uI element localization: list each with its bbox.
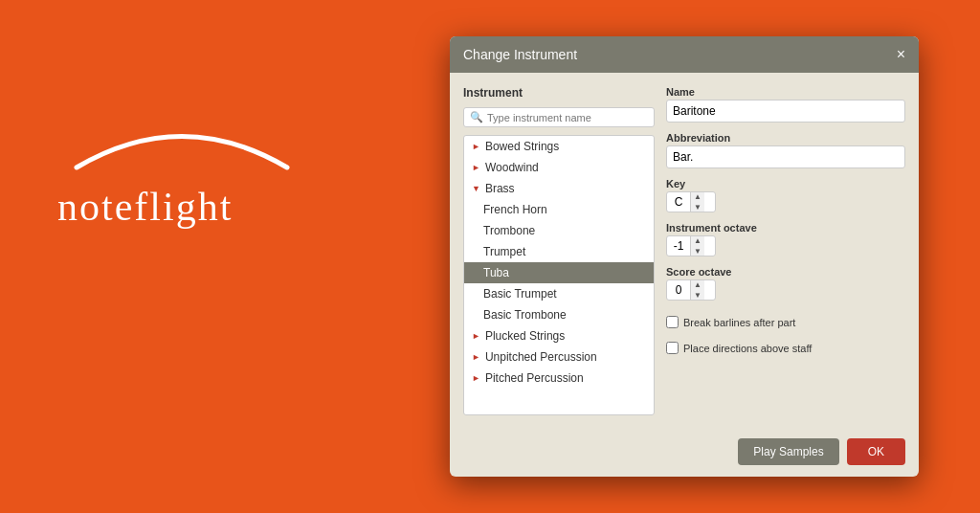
dialog-body: Instrument 🔍 ► Bowed Strings ► Woodwind (450, 73, 919, 429)
arrow-brass-icon: ▼ (472, 184, 480, 193)
dialog-titlebar: Change Instrument × (450, 36, 919, 73)
category-brass[interactable]: ▼ Brass (464, 178, 654, 199)
key-spinner-buttons: ▲ ▼ (690, 191, 704, 212)
instrument-tuba-label: Tuba (483, 266, 509, 279)
abbreviation-label: Abbreviation (666, 132, 905, 144)
category-woodwind-label: Woodwind (485, 161, 539, 174)
instrument-panel-label: Instrument (463, 86, 655, 100)
break-barlines-row: Break barlines after part (666, 316, 905, 328)
change-instrument-dialog: Change Instrument × Instrument 🔍 ► Bowed… (450, 36, 919, 477)
arrow-plucked-strings-icon: ► (472, 331, 480, 341)
category-unpitched-label: Unpitched Percussion (485, 350, 597, 364)
score-octave-label: Score octave (666, 266, 905, 278)
key-field-group: Key C ▲ ▼ (666, 178, 905, 212)
instrument-trumpet[interactable]: Trumpet (464, 241, 654, 262)
score-octave-increment-button[interactable]: ▲ (691, 279, 704, 290)
arrow-unpitched-icon: ► (472, 352, 480, 362)
place-directions-row: Place directions above staff (666, 342, 905, 354)
instrument-octave-label: Instrument octave (666, 222, 905, 234)
category-woodwind[interactable]: ► Woodwind (464, 157, 654, 178)
instrument-octave-buttons: ▲ ▼ (690, 235, 704, 256)
key-increment-button[interactable]: ▲ (691, 191, 704, 202)
logo-text: noteflight (57, 184, 306, 230)
dialog-close-button[interactable]: × (897, 47, 905, 62)
key-value: C (667, 193, 690, 211)
name-input[interactable] (666, 100, 905, 123)
logo-wordmark: noteflight (57, 185, 233, 229)
right-panel: Name Abbreviation Key C ▲ ▼ (666, 86, 905, 415)
name-field-group: Name (666, 86, 905, 123)
search-box: 🔍 (463, 107, 655, 127)
instrument-trombone[interactable]: Trombone (464, 220, 654, 241)
instrument-trumpet-label: Trumpet (483, 245, 525, 258)
instrument-basic-trombone-label: Basic Trombone (483, 308, 567, 322)
instrument-basic-trumpet[interactable]: Basic Trumpet (464, 283, 654, 304)
instrument-octave-spinner: -1 ▲ ▼ (666, 235, 716, 256)
arrow-bowed-strings-icon: ► (472, 142, 480, 151)
arrow-pitched-icon: ► (472, 373, 480, 383)
search-icon: 🔍 (470, 111, 483, 123)
instrument-tuba[interactable]: Tuba (464, 262, 654, 283)
category-bowed-strings-label: Bowed Strings (485, 140, 559, 153)
break-barlines-label: Break barlines after part (683, 317, 795, 328)
arrow-woodwind-icon: ► (472, 163, 480, 172)
category-pitched-label: Pitched Percussion (485, 371, 584, 385)
logo-arc-icon (57, 115, 306, 172)
instrument-octave-increment-button[interactable]: ▲ (691, 235, 704, 246)
category-plucked-strings[interactable]: ► Plucked Strings (464, 325, 654, 346)
name-label: Name (666, 86, 905, 98)
break-barlines-checkbox[interactable] (666, 316, 679, 328)
instrument-basic-trombone[interactable]: Basic Trombone (464, 304, 654, 325)
logo-area: noteflight (57, 115, 306, 230)
dialog-footer: Play Samples OK (450, 429, 919, 477)
key-spinner: C ▲ ▼ (666, 191, 716, 212)
category-bowed-strings[interactable]: ► Bowed Strings (464, 136, 654, 157)
score-octave-spinner: 0 ▲ ▼ (666, 279, 716, 301)
abbreviation-input[interactable] (666, 145, 905, 168)
instrument-octave-decrement-button[interactable]: ▼ (691, 246, 704, 256)
play-samples-button[interactable]: Play Samples (738, 438, 838, 465)
score-octave-value: 0 (667, 281, 690, 299)
category-unpitched-percussion[interactable]: ► Unpitched Percussion (464, 346, 654, 368)
ok-button[interactable]: OK (847, 438, 905, 465)
key-decrement-button[interactable]: ▼ (691, 202, 704, 212)
key-label: Key (666, 178, 905, 190)
category-plucked-strings-label: Plucked Strings (485, 329, 565, 343)
score-octave-decrement-button[interactable]: ▼ (691, 290, 704, 301)
abbreviation-field-group: Abbreviation (666, 132, 905, 168)
instrument-basic-trumpet-label: Basic Trumpet (483, 287, 557, 301)
place-directions-label: Place directions above staff (683, 343, 812, 354)
score-octave-buttons: ▲ ▼ (690, 279, 704, 301)
instrument-octave-field-group: Instrument octave -1 ▲ ▼ (666, 222, 905, 256)
instrument-list: ► Bowed Strings ► Woodwind ▼ Brass Frenc… (463, 135, 655, 415)
category-brass-label: Brass (485, 182, 515, 195)
place-directions-checkbox[interactable] (666, 342, 679, 354)
instrument-french-horn[interactable]: French Horn (464, 199, 654, 220)
dialog-title: Change Instrument (463, 47, 577, 62)
instrument-french-horn-label: French Horn (483, 203, 547, 216)
search-input[interactable] (487, 112, 648, 123)
category-pitched-percussion[interactable]: ► Pitched Percussion (464, 368, 654, 389)
score-octave-field-group: Score octave 0 ▲ ▼ (666, 266, 905, 301)
instrument-panel: Instrument 🔍 ► Bowed Strings ► Woodwind (463, 86, 655, 415)
instrument-octave-value: -1 (667, 237, 690, 255)
instrument-trombone-label: Trombone (483, 224, 535, 237)
